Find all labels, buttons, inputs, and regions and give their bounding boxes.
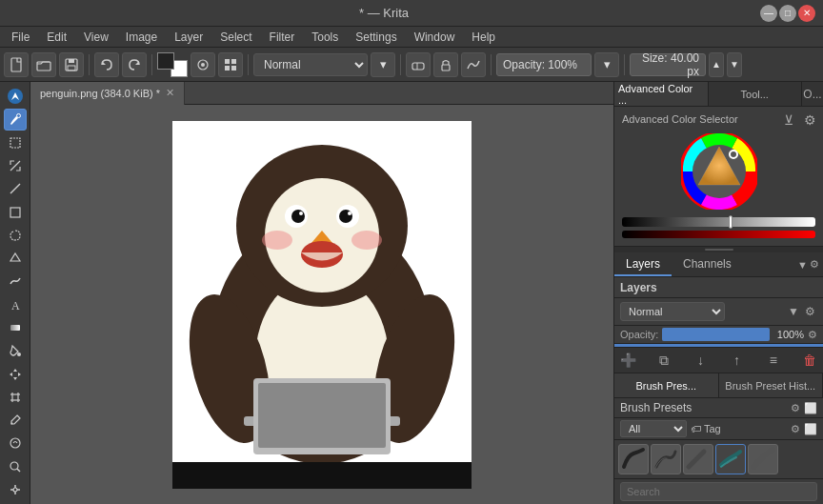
redo-button[interactable] <box>122 52 147 77</box>
tool-lasso[interactable] <box>4 225 27 246</box>
opacity-field[interactable]: Opacity: 100% <box>496 53 592 76</box>
pattern-button[interactable] <box>218 52 243 77</box>
size-stepper-up[interactable]: ▲ <box>709 52 724 77</box>
save-button[interactable] <box>59 52 84 77</box>
svg-point-52 <box>351 231 382 250</box>
eraser-button[interactable] <box>406 52 431 77</box>
color-panel-collapse[interactable]: ⊻ <box>779 111 798 130</box>
layer-duplicate-btn[interactable]: ⧉ <box>654 351 673 370</box>
layers-filter-btn[interactable]: ▼ <box>797 259 808 271</box>
menu-filter[interactable]: Filter <box>262 29 303 46</box>
tool-select-rect[interactable] <box>4 132 27 153</box>
menu-help[interactable]: Help <box>464 29 503 46</box>
size-field[interactable]: Size: 40.00 px <box>630 53 706 76</box>
tab-advanced-color[interactable]: Advanced Color ... <box>614 82 709 106</box>
color-panel-settings[interactable]: ⚙ <box>800 111 819 130</box>
brush-filter-row: All 🏷 Tag ⚙ ⬜ <box>614 418 823 440</box>
brush-settings-btn[interactable]: ⚙ <box>791 402 800 414</box>
size-stepper-down[interactable]: ▼ <box>727 52 742 77</box>
tool-fill[interactable] <box>4 340 27 361</box>
brush-expand-btn[interactable]: ⬜ <box>804 402 817 414</box>
color-slider-black[interactable] <box>622 217 815 227</box>
color-sliders <box>618 213 819 242</box>
window-controls[interactable]: — □ ✕ <box>760 5 815 22</box>
tool-crop[interactable] <box>4 387 27 408</box>
brush-tag-settings[interactable]: ⚙ <box>791 423 800 435</box>
layer-move-up-btn[interactable]: ↑ <box>728 351 747 370</box>
svg-rect-12 <box>231 66 236 71</box>
menu-file[interactable]: File <box>4 29 37 46</box>
layer-delete-btn[interactable]: 🗑 <box>800 351 819 370</box>
new-button[interactable] <box>4 52 29 77</box>
open-button[interactable] <box>31 52 56 77</box>
menu-edit[interactable]: Edit <box>39 29 74 46</box>
brush-thumb-1[interactable] <box>618 444 649 474</box>
tool-brush[interactable] <box>4 109 27 130</box>
brush-tip-button[interactable] <box>191 52 215 77</box>
tool-transform[interactable] <box>4 155 27 176</box>
svg-point-44 <box>291 210 305 223</box>
foreground-color[interactable] <box>157 52 174 70</box>
layer-move-down-btn[interactable]: ↓ <box>691 351 710 370</box>
alpha-lock[interactable] <box>433 52 458 77</box>
separator-4 <box>400 54 401 75</box>
tool-zoom[interactable] <box>4 456 27 477</box>
brush-filter-select[interactable]: All <box>620 420 687 437</box>
brush-panel: Brush Pres... Brush Preset Hist... Brush… <box>614 373 823 504</box>
undo-button[interactable] <box>94 52 119 77</box>
color-slider-red[interactable] <box>622 231 815 238</box>
tab-tool[interactable]: Tool... <box>709 82 803 106</box>
tab-more[interactable]: O... <box>802 82 823 106</box>
tool-freehand[interactable] <box>4 271 27 292</box>
tool-polygon[interactable] <box>4 248 27 269</box>
color-wheel-container[interactable] <box>618 130 819 213</box>
opacity-stepper[interactable]: ▾ <box>594 52 619 77</box>
menu-select[interactable]: Select <box>212 29 259 46</box>
layers-opacity-bar[interactable] <box>662 328 770 341</box>
tool-eyedropper[interactable] <box>4 410 27 431</box>
layers-opacity-settings[interactable]: ⚙ <box>808 329 817 341</box>
tool-gradient[interactable] <box>4 317 27 338</box>
menu-view[interactable]: View <box>76 29 116 46</box>
tool-shape[interactable] <box>4 201 27 222</box>
layer-menu-btn[interactable]: ≡ <box>764 351 783 370</box>
layers-settings-btn[interactable]: ⚙ <box>810 258 819 271</box>
smooth-btn[interactable] <box>461 52 486 77</box>
layers-tab-channels[interactable]: Channels <box>672 252 743 276</box>
brush-search-input[interactable] <box>620 482 817 501</box>
layers-blend-select[interactable]: Normal Multiply Screen <box>620 302 725 321</box>
menu-layer[interactable]: Layer <box>167 29 211 46</box>
tool-smart-patch[interactable] <box>4 433 27 454</box>
color-pair[interactable] <box>157 52 188 77</box>
minimize-button[interactable]: — <box>760 5 777 22</box>
layers-tab-layers[interactable]: Layers <box>614 252 672 276</box>
brush-view-btn[interactable]: ⬜ <box>804 423 817 435</box>
layers-blend-settings[interactable]: ⚙ <box>803 303 817 320</box>
layer-add-btn[interactable]: ➕ <box>618 351 637 370</box>
brush-thumb-4[interactable] <box>715 444 746 474</box>
layers-blend-actions: ▼ ⚙ <box>786 303 817 320</box>
brush-panel-tab-history[interactable]: Brush Preset Hist... <box>719 373 824 397</box>
menu-image[interactable]: Image <box>118 29 165 46</box>
blend-mode-select[interactable]: Normal Multiply Screen Overlay <box>253 53 368 76</box>
tool-text[interactable]: A <box>4 294 27 315</box>
maximize-button[interactable]: □ <box>779 5 796 22</box>
layers-blend-filter[interactable]: ▼ <box>786 303 801 320</box>
brush-thumb-5[interactable] <box>748 444 778 474</box>
tool-line[interactable] <box>4 178 27 199</box>
blend-arrow[interactable]: ▾ <box>371 52 395 77</box>
brush-thumb-2[interactable] <box>651 444 681 474</box>
canvas-scroll[interactable] <box>30 105 613 504</box>
menu-window[interactable]: Window <box>407 29 463 46</box>
svg-rect-11 <box>225 66 230 71</box>
brush-panel-tab-presets[interactable]: Brush Pres... <box>614 373 719 397</box>
color-wheel[interactable] <box>681 133 757 210</box>
tool-move[interactable] <box>4 363 27 384</box>
canvas-tab-close[interactable]: ✕ <box>166 87 174 99</box>
menu-tools[interactable]: Tools <box>304 29 346 46</box>
close-button[interactable]: ✕ <box>798 5 815 22</box>
menu-settings[interactable]: Settings <box>348 29 404 46</box>
tool-pan[interactable] <box>4 479 27 500</box>
brush-thumb-3[interactable] <box>683 444 713 474</box>
canvas-tab[interactable]: penguin.png (384.0 KiB) * ✕ <box>30 82 185 105</box>
